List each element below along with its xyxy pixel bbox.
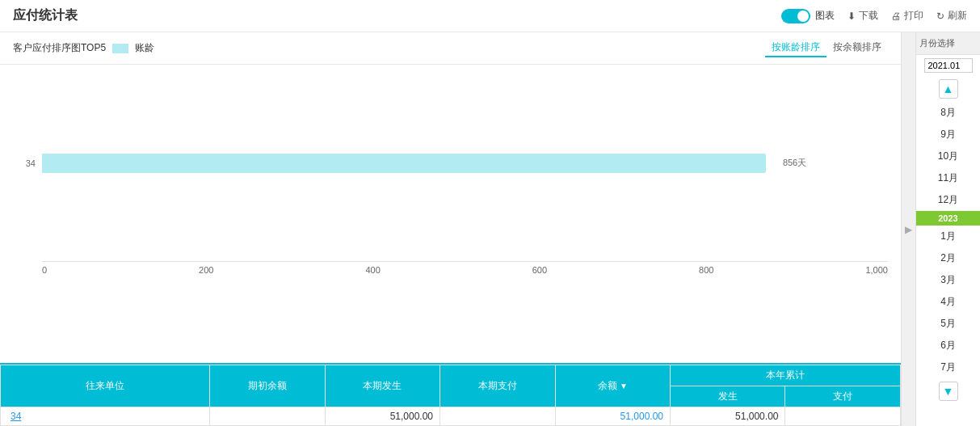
cell-opening xyxy=(210,407,325,426)
refresh-label: 刷新 xyxy=(948,9,967,23)
chart-legend: 客户应付排序图TOP5 账龄 xyxy=(13,41,154,55)
data-table: 往来单位 期初余额 本期发生 本期支付 余额 ▼ 本年累计 发生 xyxy=(0,365,901,426)
x-axis-600: 600 xyxy=(532,265,547,275)
sidebar-year-wrap xyxy=(916,55,980,76)
print-label: 打印 xyxy=(904,9,923,23)
sidebar-header: 月份选择 xyxy=(916,32,980,55)
cell-ytd-pay xyxy=(785,407,901,426)
bar-y-label: 34 xyxy=(13,158,36,168)
sidebar-month-8月[interactable]: 8月 xyxy=(916,102,980,124)
sidebar-month-1月[interactable]: 1月 xyxy=(916,226,980,247)
sidebar-down-btn[interactable]: ▼ xyxy=(939,382,958,401)
cell-ytd-occur: 51,000.00 xyxy=(671,407,785,426)
sidebar-header-label: 月份选择 xyxy=(919,37,955,49)
th-unit: 往来单位 xyxy=(1,365,210,407)
bar-container: 856天 xyxy=(42,154,888,173)
th-period-occur: 本期发生 xyxy=(325,365,440,407)
bar-fill xyxy=(42,154,766,173)
page-title: 应付统计表 xyxy=(13,7,78,24)
chart-top: 客户应付排序图TOP5 账龄 按账龄排序 按余额排序 xyxy=(0,32,901,65)
bar-end-label: 856天 xyxy=(783,157,806,169)
sidebar-month-7月[interactable]: 7月 xyxy=(916,356,980,378)
x-axis-0: 0 xyxy=(42,265,47,275)
sidebar-month-5月[interactable]: 5月 xyxy=(916,313,980,335)
sidebar-month-6月[interactable]: 6月 xyxy=(916,335,980,356)
refresh-button[interactable]: ↻ 刷新 xyxy=(936,9,967,23)
chart-toggle[interactable] xyxy=(781,9,810,23)
chart-toggle-wrap[interactable]: 图表 xyxy=(781,9,835,23)
app-container: 应付统计表 图表 ⬇ 下载 🖨 打印 ↻ 刷新 xyxy=(0,0,980,426)
download-icon: ⬇ xyxy=(848,11,856,22)
chart-body: 34 856天 0 200 400 600 800 1,000 xyxy=(0,65,901,363)
bar-row-34: 34 856天 xyxy=(13,154,888,173)
sidebar-month-9月[interactable]: 9月 xyxy=(916,124,980,146)
x-axis-400: 400 xyxy=(365,265,380,275)
refresh-icon: ↻ xyxy=(936,11,944,22)
th-opening: 期初余额 xyxy=(210,365,325,407)
sidebar-month-2月[interactable]: 2月 xyxy=(916,247,980,269)
toggle-knob xyxy=(797,11,809,22)
sidebar-month-10月[interactable]: 10月 xyxy=(916,146,980,167)
main-content: 客户应付排序图TOP5 账龄 按账龄排序 按余额排序 34 xyxy=(0,32,980,426)
x-axis-1000: 1,000 xyxy=(865,265,888,275)
th-balance: 余额 ▼ xyxy=(555,365,670,407)
sidebar-month-3月[interactable]: 3月 xyxy=(916,269,980,291)
print-icon: 🖨 xyxy=(891,11,901,22)
x-axis: 0 200 400 600 800 1,000 xyxy=(42,261,888,275)
collapse-icon: ▶ xyxy=(905,224,912,235)
legend-label: 客户应付排序图TOP5 xyxy=(13,41,106,55)
th-ytd-occur: 发生 xyxy=(671,386,785,407)
th-period-pay: 本期支付 xyxy=(440,365,555,407)
sidebar-month-12月[interactable]: 12月 xyxy=(916,189,980,211)
th-ytd-group: 本年累计 xyxy=(671,365,901,386)
table-section: 往来单位 期初余额 本期发生 本期支付 余额 ▼ 本年累计 发生 xyxy=(0,363,901,426)
sort-by-amount-btn[interactable]: 按账龄排序 xyxy=(765,39,826,57)
sidebar-wrap: ▶ 月份选择 ▲ 8月9月10月11月12月20231月2月3月4月5月6月7月… xyxy=(901,32,980,426)
sort-buttons: 按账龄排序 按余额排序 xyxy=(765,39,888,57)
chart-toggle-label: 图表 xyxy=(815,9,835,23)
sidebar-year-input[interactable] xyxy=(924,58,973,73)
sidebar-months: 8月9月10月11月12月20231月2月3月4月5月6月7月 xyxy=(916,102,980,378)
x-axis-800: 800 xyxy=(699,265,713,275)
chart-canvas: 34 856天 0 200 400 600 800 1,000 xyxy=(13,73,888,283)
header: 应付统计表 图表 ⬇ 下载 🖨 打印 ↻ 刷新 xyxy=(0,0,980,32)
sidebar-month-4月[interactable]: 4月 xyxy=(916,291,980,313)
cell-period-occur: 51,000.00 xyxy=(325,407,440,426)
print-button[interactable]: 🖨 打印 xyxy=(891,9,923,23)
sidebar-month-11月[interactable]: 11月 xyxy=(916,167,980,189)
cell-balance: 51,000.00 xyxy=(555,407,670,426)
sidebar: 月份选择 ▲ 8月9月10月11月12月20231月2月3月4月5月6月7月 ▼ xyxy=(915,32,980,426)
sidebar-collapse-btn[interactable]: ▶ xyxy=(901,32,915,426)
chart-section: 客户应付排序图TOP5 账龄 按账龄排序 按余额排序 34 xyxy=(0,32,901,426)
table-row: 34 51,000.00 51,000.00 51,000.00 xyxy=(1,407,901,426)
legend-box xyxy=(112,44,128,53)
sidebar-up-btn[interactable]: ▲ xyxy=(939,79,958,99)
cell-period-pay xyxy=(440,407,555,426)
sort-by-balance-btn[interactable]: 按余额排序 xyxy=(826,39,888,57)
balance-icon: ▼ xyxy=(620,382,628,390)
th-ytd-pay: 支付 xyxy=(785,386,901,407)
legend-item-label: 账龄 xyxy=(135,41,154,55)
download-button[interactable]: ⬇ 下载 xyxy=(848,9,878,23)
sidebar-month-2023[interactable]: 2023 xyxy=(916,211,980,226)
x-axis-200: 200 xyxy=(199,265,213,275)
download-label: 下载 xyxy=(859,9,878,23)
header-actions: 图表 ⬇ 下载 🖨 打印 ↻ 刷新 xyxy=(781,9,967,23)
cell-unit[interactable]: 34 xyxy=(1,407,210,426)
